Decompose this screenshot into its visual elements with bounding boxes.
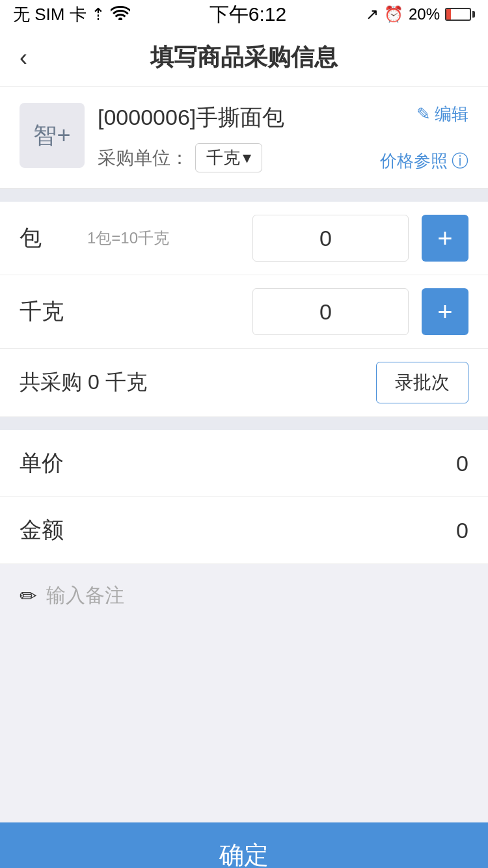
total-unit-label: 千克: [105, 370, 147, 394]
product-name: [0000006]手撕面包: [98, 103, 468, 133]
alarm-icon: ⏰: [384, 5, 403, 23]
unit-price-row: 单价 0: [0, 430, 488, 497]
bag-increment-button[interactable]: +: [422, 215, 468, 262]
status-bar: 无 SIM 卡 ⇡ 下午6:12 ↗ ⏰ 20%: [0, 0, 488, 29]
unit-selector[interactable]: 千克 ▾: [195, 143, 262, 172]
kg-label: 千克: [20, 297, 72, 327]
section-divider-2: [0, 417, 488, 430]
total-prefix-label: 共采购: [20, 370, 82, 394]
wifi-icon: [111, 5, 130, 25]
note-row[interactable]: ✏ 输入备注: [0, 564, 488, 627]
status-left: 无 SIM 卡 ⇡: [13, 3, 130, 26]
amount-row: 金额 0: [0, 497, 488, 564]
empty-area: [0, 627, 488, 822]
edit-icon: ✎: [416, 104, 431, 124]
kg-quantity-row: 千克 +: [0, 275, 488, 349]
product-image: 智+: [20, 103, 85, 168]
page-title: 填写商品采购信息: [150, 42, 338, 74]
bag-label: 包: [20, 223, 72, 253]
batch-button[interactable]: 录批次: [376, 362, 468, 403]
kg-increment-button[interactable]: +: [422, 288, 468, 335]
pencil-icon: ✏: [20, 584, 37, 608]
total-quantity: 0: [88, 370, 100, 394]
unit-label: 采购单位：: [98, 146, 189, 170]
sim-status: 无 SIM 卡 ⇡: [13, 3, 105, 26]
bag-quantity-row: 包 1包=10千克 +: [0, 202, 488, 275]
total-row: 共采购 0 千克 录批次: [0, 349, 488, 417]
total-text: 共采购 0 千克: [20, 368, 376, 397]
battery-icon: [445, 8, 475, 21]
product-logo: 智+: [33, 120, 70, 152]
confirm-button[interactable]: 确定: [0, 822, 488, 868]
product-card: 智+ [0000006]手撕面包 采购单位： 千克 ▾ ✎ 编辑 价格参照 ⓘ: [0, 87, 488, 189]
price-ref-button[interactable]: 价格参照 ⓘ: [380, 150, 468, 172]
status-right: ↗ ⏰ 20%: [366, 5, 475, 23]
edit-button[interactable]: ✎ 编辑: [416, 103, 468, 126]
battery-percent: 20%: [409, 5, 440, 23]
bag-sublabel: 1包=10千克: [87, 228, 169, 249]
amount-value: 0: [456, 518, 468, 543]
location-icon: ↗: [366, 5, 379, 23]
nav-bar: ‹ 填写商品采购信息: [0, 29, 488, 87]
bag-quantity-input[interactable]: [252, 215, 409, 262]
back-button[interactable]: ‹: [20, 44, 27, 72]
section-divider-1: [0, 189, 488, 202]
dropdown-icon: ▾: [243, 148, 251, 168]
amount-label: 金额: [20, 515, 456, 545]
question-icon: ⓘ: [452, 150, 468, 172]
kg-quantity-input[interactable]: [252, 288, 409, 335]
unit-price-value: 0: [456, 451, 468, 476]
unit-price-label: 单价: [20, 448, 456, 478]
note-placeholder: 输入备注: [46, 582, 124, 609]
status-time: 下午6:12: [210, 1, 286, 28]
